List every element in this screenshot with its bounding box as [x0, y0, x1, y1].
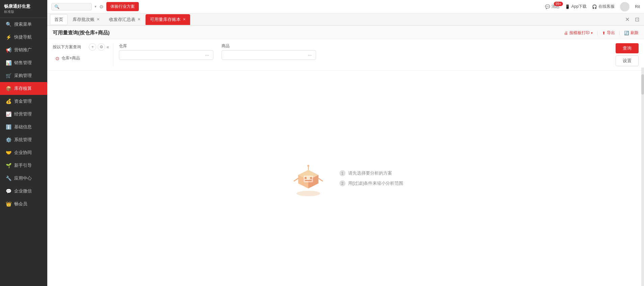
- print-chevron-icon: ▾: [591, 31, 593, 35]
- search-icon: 🔍: [5, 22, 11, 27]
- svg-line-11: [294, 178, 298, 181]
- sidebar-item-wecom[interactable]: 💬 企业微信: [0, 185, 47, 198]
- refresh-button[interactable]: 🔄 刷新: [624, 30, 639, 36]
- topbar-right: 💬 消息 99+ 📱 App下载 🎧 在线客服 Rit: [545, 2, 640, 11]
- warehouse-input-box[interactable]: ···: [119, 50, 213, 60]
- tab-receive-send[interactable]: 收发存汇总表 ✕: [105, 14, 145, 25]
- tab-available-stock-close[interactable]: ✕: [183, 17, 186, 22]
- member-icon: 👑: [5, 201, 11, 207]
- goods-input[interactable]: [225, 53, 305, 57]
- sidebar-item-operations[interactable]: 📈 经营管理: [0, 108, 47, 121]
- page-actions: 🖨 按模板打印 ▾ | ⬆ 导出 | 🔄 刷新: [564, 30, 639, 36]
- scheme-item-warehouse-goods[interactable]: ⊙ 仓库+商品: [53, 53, 109, 63]
- sidebar-label-newbie: 新手引导: [14, 162, 32, 168]
- action-divider-1: |: [597, 30, 598, 35]
- warehouse-label: 仓库: [119, 43, 213, 49]
- goods-more-icon[interactable]: ···: [306, 52, 313, 58]
- tab-available-stock-label: 可用量库存账本: [150, 17, 181, 23]
- svg-line-12: [318, 178, 323, 181]
- svg-rect-5: [304, 176, 313, 182]
- tab-receive-send-close[interactable]: ✕: [137, 17, 140, 22]
- tab-batch-account[interactable]: 库存批次账 ✕: [68, 14, 104, 25]
- online-service-button[interactable]: 🎧 在线客服: [592, 4, 615, 9]
- sidebar-label-system: 系统管理: [14, 137, 32, 143]
- sidebar-logo: 畅康通好生意 标准版: [0, 0, 47, 18]
- close-all-tabs-button[interactable]: ✕: [623, 16, 632, 23]
- sidebar-item-system[interactable]: ⚙️ 系统管理: [0, 133, 47, 146]
- topbar-search-input[interactable]: [61, 4, 88, 9]
- settings-button[interactable]: 设置: [616, 55, 639, 66]
- user-avatar[interactable]: [620, 2, 629, 11]
- app-download-button[interactable]: 📱 App下载: [565, 4, 587, 9]
- sidebar-label-wecom: 企业微信: [14, 188, 32, 194]
- sidebar-item-sales[interactable]: 📊 销售管理: [0, 56, 47, 69]
- main-area: 🔍 ▾ ⚙ 体验行业方案 💬 消息 99+ 📱 App下载 🎧 在线客服 Rit: [47, 0, 644, 286]
- sidebar-item-finance[interactable]: 💰 资金管理: [0, 95, 47, 108]
- topbar: 🔍 ▾ ⚙ 体验行业方案 💬 消息 99+ 📱 App下载 🎧 在线客服 Rit: [47, 0, 644, 14]
- sidebar-label-marketing: 营销推广: [14, 47, 32, 53]
- sidebar-scroll: 🔍 搜索菜单 ⚡ 快捷导航 📢 营销推广 📊 销售管理 🛒 采购管理 📦 库存核…: [0, 18, 47, 286]
- sidebar-label-sales: 销售管理: [14, 60, 32, 66]
- sidebar-item-inventory[interactable]: 📦 库存核算: [0, 82, 47, 95]
- sidebar-label-search: 搜索菜单: [14, 21, 32, 27]
- warehouse-input[interactable]: [122, 53, 202, 57]
- export-button[interactable]: ⬆ 导出: [602, 30, 615, 36]
- empty-illustration: [288, 158, 329, 199]
- sidebar-item-collab[interactable]: 🤝 企业协同: [0, 146, 47, 159]
- sidebar-label-basicinfo: 基础信息: [14, 124, 32, 130]
- sidebar-item-purchase[interactable]: 🛒 采购管理: [0, 69, 47, 82]
- sidebar-label-member: 畅会员: [14, 201, 27, 207]
- right-scrollbar[interactable]: [641, 68, 644, 286]
- topbar-chevron-icon[interactable]: ▾: [95, 4, 97, 9]
- empty-hint-2: 2 用[过滤]条件来缩小分析范围: [339, 180, 403, 186]
- tab-available-stock[interactable]: 可用量库存账本 ✕: [146, 14, 190, 25]
- goods-input-box[interactable]: ···: [222, 50, 316, 60]
- collapse-panel-button[interactable]: «: [106, 43, 109, 51]
- export-label: 导出: [607, 30, 615, 36]
- tab-home[interactable]: 首页: [50, 14, 68, 25]
- print-button[interactable]: 🖨 按模板打印 ▾: [564, 30, 593, 36]
- svg-point-7: [310, 177, 312, 179]
- tab-receive-send-label: 收发存汇总表: [109, 17, 135, 23]
- sidebar-item-appcenter[interactable]: 🔧 应用中心: [0, 172, 47, 185]
- sidebar-item-search[interactable]: 🔍 搜索菜单: [0, 18, 47, 31]
- empty-svg: [288, 158, 329, 199]
- warehouse-more-icon[interactable]: ···: [204, 52, 210, 58]
- svg-point-10: [307, 165, 309, 167]
- tab-batch-account-close[interactable]: ✕: [97, 17, 100, 22]
- expand-tabs-button[interactable]: ⊡: [633, 16, 641, 23]
- finance-icon: 💰: [5, 99, 11, 104]
- empty-hint-num-1: 1: [339, 170, 345, 176]
- sidebar-label-appcenter: 应用中心: [14, 175, 32, 181]
- basicinfo-icon: ℹ️: [5, 124, 11, 130]
- refresh-icon: 🔄: [624, 31, 629, 35]
- service-icon: 🎧: [592, 4, 597, 9]
- sidebar-item-quicknav[interactable]: ⚡ 快捷导航: [0, 31, 47, 44]
- quicknav-icon: ⚡: [5, 34, 11, 40]
- message-icon: 💬: [545, 4, 550, 9]
- sidebar-label-collab: 企业协同: [14, 150, 32, 156]
- warehouse-field: 仓库 ···: [119, 43, 213, 60]
- action-divider-2: |: [619, 30, 620, 35]
- export-icon: ⬆: [602, 31, 606, 35]
- sidebar-item-newbie[interactable]: 🌱 新手引导: [0, 159, 47, 172]
- sidebar-item-marketing[interactable]: 📢 营销推广: [0, 44, 47, 56]
- topbar-search-box[interactable]: 🔍: [51, 3, 92, 10]
- message-badge: 99+: [554, 2, 563, 6]
- empty-hint-num-2: 2: [339, 180, 345, 186]
- add-scheme-button[interactable]: +: [89, 43, 96, 51]
- query-button[interactable]: 查询: [616, 43, 639, 53]
- industry-solution-button[interactable]: 体验行业方案: [106, 2, 139, 11]
- version-label: 标准版: [4, 9, 43, 14]
- empty-hint-text-1: 请先选择要分析的方案: [348, 170, 392, 176]
- app-download-label: App下载: [571, 4, 587, 9]
- inventory-icon: 📦: [5, 86, 11, 91]
- topbar-gear-icon[interactable]: ⚙: [99, 4, 104, 9]
- username-label[interactable]: Rit: [635, 4, 640, 9]
- sidebar-item-basicinfo[interactable]: ℹ️ 基础信息: [0, 121, 47, 133]
- sidebar-item-member[interactable]: 👑 畅会员: [0, 198, 47, 210]
- settings-scheme-button[interactable]: ⚙: [98, 43, 105, 51]
- company-name: 畅康通好生意: [4, 3, 43, 9]
- tabsbar-actions: ✕ ⊡: [623, 16, 641, 23]
- message-button[interactable]: 💬 消息 99+: [545, 4, 560, 9]
